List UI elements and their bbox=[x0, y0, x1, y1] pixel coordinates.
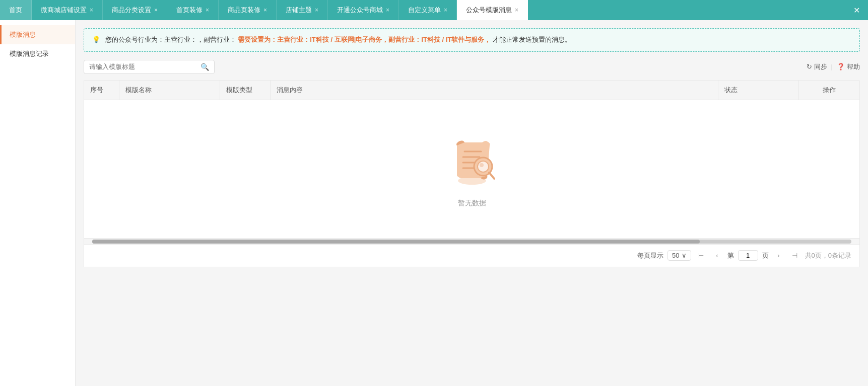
tab-product[interactable]: 商品页装修 × bbox=[219, 0, 277, 20]
tab-weishop-label: 微商城店铺设置 bbox=[41, 6, 87, 15]
top-nav: 首页 微商城店铺设置 × 商品分类设置 × 首页装修 × 商品页装修 × 店铺主… bbox=[0, 0, 868, 20]
tab-menu[interactable]: 自定义菜单 × bbox=[399, 0, 457, 20]
empty-text: 暂无数据 bbox=[458, 199, 486, 208]
sidebar-item-template-record[interactable]: 模版消息记录 bbox=[0, 44, 75, 63]
scrollbar-track[interactable] bbox=[92, 240, 851, 244]
tab-template[interactable]: 公众号模版消息 × bbox=[457, 0, 528, 20]
notice-prefix: 您的公众号行业为：主营行业：，副营行业： bbox=[105, 36, 236, 43]
help-button[interactable]: ❓ 帮助 bbox=[837, 62, 860, 71]
main-layout: 模版消息 模版消息记录 💡 您的公众号行业为：主营行业：，副营行业： 需要设置为… bbox=[0, 20, 868, 386]
tab-template-label: 公众号模版消息 bbox=[466, 6, 512, 15]
svg-line-7 bbox=[489, 173, 494, 179]
tab-open[interactable]: 开通公众号商城 × bbox=[328, 0, 399, 20]
empty-state: 暂无数据 bbox=[84, 100, 859, 238]
scrollbar-thumb[interactable] bbox=[92, 240, 700, 244]
col-header-status: 状态 bbox=[718, 81, 799, 100]
sync-icon: ↻ bbox=[807, 63, 812, 70]
help-icon: ❓ bbox=[837, 63, 845, 70]
tab-category-label: 商品分类设置 bbox=[112, 6, 151, 15]
tab-theme-label: 店铺主题 bbox=[286, 6, 312, 15]
page-next-button[interactable]: › bbox=[773, 250, 785, 262]
tab-product-close[interactable]: × bbox=[263, 7, 267, 14]
notice-box: 💡 您的公众号行业为：主营行业：，副营行业： 需要设置为：主营行业：IT科技 /… bbox=[84, 28, 860, 52]
tab-menu-close[interactable]: × bbox=[444, 7, 447, 14]
tab-weishop-close[interactable]: × bbox=[90, 7, 93, 14]
col-header-content: 消息内容 bbox=[271, 81, 718, 100]
tab-theme[interactable]: 店铺主题 × bbox=[277, 0, 328, 20]
pagination: 每页显示 50 ∨ ⊢ ‹ 第 页 › ⊣ 共0页，0条记录 bbox=[84, 244, 859, 267]
tab-template-close[interactable]: × bbox=[515, 7, 518, 14]
sidebar: 模版消息 模版消息记录 bbox=[0, 20, 76, 386]
sync-label: 同步 bbox=[814, 62, 827, 71]
page-input[interactable] bbox=[738, 250, 758, 261]
tab-homepage-label: 首页装修 bbox=[176, 6, 203, 15]
search-input[interactable] bbox=[89, 63, 201, 70]
tab-category[interactable]: 商品分类设置 × bbox=[103, 0, 167, 20]
col-header-action: 操作 bbox=[799, 81, 859, 100]
help-label: 帮助 bbox=[847, 62, 860, 71]
svg-point-6 bbox=[478, 161, 489, 172]
tab-open-close[interactable]: × bbox=[386, 7, 389, 14]
search-bar: 🔍 ↻ 同步 | ❓ 帮助 bbox=[84, 60, 860, 74]
col-header-type: 模版类型 bbox=[220, 81, 271, 100]
tab-category-close[interactable]: × bbox=[154, 7, 158, 14]
content-area: 💡 您的公众号行业为：主营行业：，副营行业： 需要设置为：主营行业：IT科技 /… bbox=[76, 20, 868, 386]
page-prev-button[interactable]: ‹ bbox=[711, 250, 723, 262]
tab-product-label: 商品页装修 bbox=[228, 6, 260, 15]
page-first-button[interactable]: ⊢ bbox=[695, 250, 707, 262]
notice-highlight: 需要设置为：主营行业：IT科技 / 互联网|电子商务，副营行业：IT科技 / I… bbox=[238, 36, 491, 43]
tab-homepage-close[interactable]: × bbox=[206, 7, 209, 14]
data-table: 序号 模版名称 模版类型 消息内容 状态 操作 bbox=[84, 80, 860, 267]
tab-menu-label: 自定义菜单 bbox=[408, 6, 441, 15]
total-info: 共0页，0条记录 bbox=[805, 251, 851, 260]
page-unit: 页 bbox=[762, 251, 769, 260]
svg-point-8 bbox=[480, 163, 484, 167]
global-close-button[interactable]: ✕ bbox=[845, 0, 868, 20]
page-label: 第 bbox=[727, 251, 734, 260]
page-size-select[interactable]: 50 ∨ bbox=[667, 250, 691, 261]
page-size-label: 每页显示 bbox=[637, 251, 663, 260]
tab-homepage[interactable]: 首页装修 × bbox=[167, 0, 219, 20]
sync-button[interactable]: ↻ 同步 bbox=[807, 62, 827, 71]
col-header-name: 模版名称 bbox=[119, 81, 220, 100]
tab-weishop[interactable]: 微商城店铺设置 × bbox=[32, 0, 103, 20]
sidebar-item-template-msg[interactable]: 模版消息 bbox=[0, 25, 75, 44]
search-input-wrap[interactable]: 🔍 bbox=[84, 60, 215, 74]
notice-icon: 💡 bbox=[92, 36, 100, 43]
table-header: 序号 模版名称 模版类型 消息内容 状态 操作 bbox=[84, 81, 859, 100]
toolbar-divider: | bbox=[831, 63, 833, 70]
toolbar-right: ↻ 同步 | ❓ 帮助 bbox=[807, 62, 860, 71]
tab-open-label: 开通公众号商城 bbox=[337, 6, 383, 15]
page-size-value: 50 bbox=[672, 252, 679, 259]
page-size-arrow: ∨ bbox=[682, 252, 687, 259]
notice-suffix: 才能正常发送预置的消息。 bbox=[493, 36, 571, 43]
empty-icon bbox=[442, 130, 502, 191]
page-last-button[interactable]: ⊣ bbox=[789, 250, 801, 262]
tab-home-label: 首页 bbox=[9, 6, 22, 15]
tab-theme-close[interactable]: × bbox=[315, 7, 318, 14]
scrollbar-area[interactable] bbox=[84, 238, 859, 244]
col-header-seq: 序号 bbox=[84, 81, 119, 100]
search-icon[interactable]: 🔍 bbox=[201, 63, 209, 71]
tab-home[interactable]: 首页 bbox=[0, 0, 32, 20]
